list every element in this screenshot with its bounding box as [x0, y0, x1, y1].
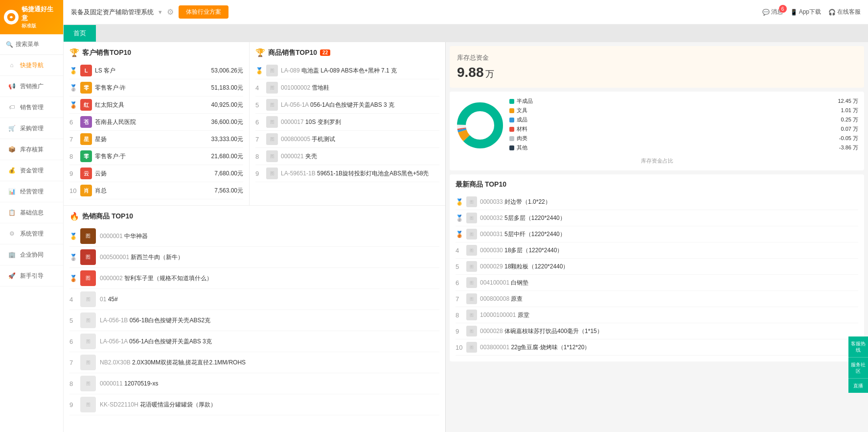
- inventory-amount-display: 9.88 万: [457, 65, 857, 80]
- hot-rank: 🥈: [69, 254, 80, 261]
- online-service-btn[interactable]: 🎧 在线客服: [828, 8, 861, 16]
- prod-rank: 9: [255, 170, 266, 177]
- product-sales-item: 7 图 000800005 手机测试: [255, 131, 439, 148]
- legend-value: -0.05 万: [839, 135, 858, 142]
- hot-rank: 9: [69, 401, 80, 408]
- sidebar-item-sales[interactable]: 🏷 销售管理: [0, 97, 63, 118]
- sidebar-item-guide[interactable]: 🚀 新手引导: [0, 265, 63, 287]
- customer-avatar: 苍: [80, 116, 92, 128]
- sidebar-item-system[interactable]: ⚙ 系统管理: [0, 223, 63, 244]
- product-sales-item: 8 图 0000021 夹壳: [255, 148, 439, 165]
- home-icon: ⌂: [7, 61, 16, 70]
- sidebar-item-operation[interactable]: 📊 经营管理: [0, 181, 63, 202]
- app-version: 标准版: [22, 23, 59, 29]
- sidebar-label-marketing: 营销推广: [20, 82, 44, 91]
- hot-product-item: 4 图 01 45#: [69, 289, 439, 310]
- new-prod-info: 004100001 白钢垫: [480, 279, 858, 287]
- customer-rank-item: 8 零 零售客户·于 21,680.00元: [69, 148, 243, 165]
- legend-value: 0.07 万: [841, 125, 858, 133]
- logo-icon: [4, 10, 19, 24]
- legend-name: 半成品: [517, 97, 838, 105]
- legend-color-dot: [509, 118, 514, 122]
- prod-img-placeholder: 图: [266, 133, 278, 145]
- product-sales-item: 6 图 0000017 10S 变刹罗刹: [255, 114, 439, 131]
- prod-rank: 7: [255, 136, 266, 143]
- product-sales-item: 🥇 图 LA-089 电池盖 LA-089 ABS本色+黑种 7.1 克: [255, 62, 439, 79]
- new-product-item: 4 图 0000030 18多层（1220*2440）: [456, 242, 858, 259]
- settings-icon[interactable]: ⚙: [167, 7, 174, 17]
- sidebar-label-guide: 新手引导: [20, 272, 44, 280]
- trophy2-icon: 🏆: [255, 48, 265, 57]
- sidebar-item-enterprise[interactable]: 🏢 企业协同: [0, 244, 63, 265]
- rank-medal: 8: [69, 153, 80, 160]
- app-logo: 畅捷通好生意 标准版: [0, 0, 63, 34]
- product-sales-title: 🏆 商品销售TOP10 22: [255, 48, 439, 57]
- sidebar-item-purchase[interactable]: 🛒 采购管理: [0, 118, 63, 139]
- inventory-card: 库存总资金 9.88 万: [450, 46, 864, 88]
- marketing-icon: 📢: [7, 82, 16, 91]
- prod-info: 0000017 10S 变刹罗刹: [281, 118, 439, 126]
- new-prod-info: 0000028 体碗嘉枝味苏打饮品400毫升（1*15）: [480, 327, 858, 336]
- hot-prod-info: KK-SD22110H 花语暖情温分罐罐袋（厚款）: [100, 401, 439, 409]
- hot-rank: 🥉: [69, 275, 80, 282]
- prod-img-placeholder: 图: [266, 99, 278, 111]
- prod-rank: 6: [255, 119, 266, 126]
- inventory-chart-section: 半成品 12.45 万 文具 1.01 万 成品 0.25 万 材料 0.07 …: [450, 92, 864, 170]
- svg-point-2: [461, 107, 499, 144]
- sidebar-item-inventory[interactable]: 📦 库存核算: [0, 139, 63, 160]
- inventory-ratio-label: 库存资金占比: [456, 157, 858, 165]
- new-prod-img: 图: [466, 229, 477, 240]
- app-download-btn[interactable]: 📱 App下载: [790, 8, 821, 16]
- product-sales-list: 🥇 图 LA-089 电池盖 LA-089 ABS本色+黑种 7.1 克 4 图…: [255, 62, 439, 182]
- prod-rank: 🥇: [255, 67, 266, 74]
- floating-buttons: 客服热线 服务社区 直播: [848, 336, 868, 393]
- legend-item: 成品 0.25 万: [509, 116, 858, 123]
- sidebar-item-basic[interactable]: 📋 基础信息: [0, 202, 63, 223]
- customer-avatar: L: [80, 65, 92, 76]
- message-badge[interactable]: 💬 消息 6: [762, 8, 783, 16]
- system-dropdown-icon[interactable]: ▾: [159, 8, 162, 16]
- hot-product-item: 7 图 NB2.0X30B 2.0X30MM双搓花轴,搓花直径2.1MM/ROH…: [69, 352, 439, 373]
- new-prod-img: 图: [466, 261, 477, 272]
- prod-img-placeholder: 图: [266, 168, 278, 179]
- home-tab[interactable]: 首页: [64, 25, 96, 42]
- topbar: 装备及固定资产辅助管理系统 ▾ ⚙ 体验行业方案 💬 消息 6 📱 App下载 …: [64, 0, 868, 24]
- new-products-label: 最新商品 TOP10: [456, 180, 506, 189]
- sidebar-label-enterprise: 企业协同: [20, 251, 44, 259]
- hot-rank: 6: [69, 338, 80, 345]
- hot-products-list: 🥇 图 0000001 中华神器 🥈 图 000500001 新西兰牛肉（新牛）…: [69, 226, 439, 415]
- search-menu-area[interactable]: 🔍 搜索菜单: [0, 34, 63, 55]
- legend-item: 材料 0.07 万: [509, 125, 858, 133]
- right-panel: 库存总资金 9.88 万: [445, 42, 868, 432]
- new-product-item: 🥇 图 0000033 封边带（1.0*22）: [456, 194, 858, 210]
- hot-rank: 4: [69, 296, 80, 303]
- new-products-section: 最新商品 TOP10 🥇 图 0000033 封边带（1.0*22） 🥈 图 0…: [450, 174, 864, 361]
- new-prod-img: 图: [466, 196, 477, 207]
- new-rank: 6: [456, 279, 466, 287]
- operation-icon: 📊: [7, 187, 16, 196]
- trial-button[interactable]: 体验行业方案: [179, 5, 228, 19]
- finance-icon: 💰: [7, 166, 16, 175]
- new-prod-info: 0000033 封边带（1.0*22）: [480, 198, 858, 206]
- hot-product-item: 🥈 图 000500001 新西兰牛肉（新牛）: [69, 247, 439, 268]
- new-prod-img: 图: [466, 277, 477, 288]
- legend-color-dot: [509, 136, 514, 141]
- legend-value: 0.25 万: [841, 116, 858, 123]
- float-live-btn[interactable]: 直播: [848, 379, 868, 393]
- hot-prod-placeholder: 图: [80, 334, 96, 349]
- sidebar-item-quicknav[interactable]: ⌂ 快捷导航: [0, 55, 63, 76]
- search-menu-btn[interactable]: 🔍 搜索菜单: [4, 38, 59, 50]
- hot-product-item: 8 图 0000011 12070519-xs: [69, 373, 439, 394]
- customer-rank-item: 🥇 L LS 客户 53,006.26元: [69, 62, 243, 79]
- prod-info: LA-056-1A 056-1A白色按键开关盖ABS 3 克: [281, 101, 439, 109]
- guide-icon: 🚀: [7, 271, 16, 280]
- prod-img-placeholder: 图: [266, 82, 278, 94]
- legend-item: 半成品 12.45 万: [509, 97, 858, 105]
- float-customer-service-btn[interactable]: 客服热线: [848, 336, 868, 358]
- prod-img-placeholder: 图: [266, 65, 278, 76]
- float-community-btn[interactable]: 服务社区: [848, 358, 868, 379]
- sidebar-item-marketing[interactable]: 📢 营销推广: [0, 76, 63, 97]
- legend-value: 12.45 万: [838, 97, 858, 105]
- sidebar-item-finance[interactable]: 💰 资金管理: [0, 160, 63, 181]
- legend-color-dot: [509, 99, 514, 104]
